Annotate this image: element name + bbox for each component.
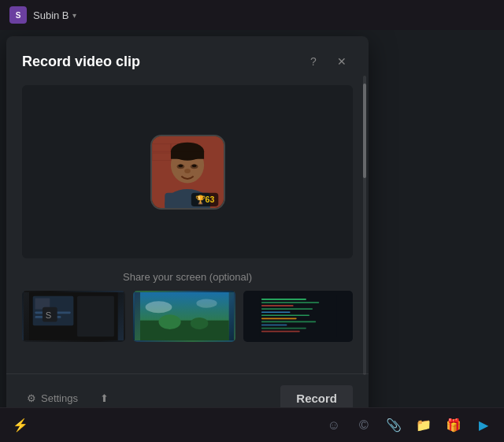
svg-rect-27 [140, 321, 229, 340]
mention-icon[interactable]: © [353, 414, 375, 436]
video-preview: 🏆63 [22, 85, 353, 258]
gift-icon[interactable]: 🎁 [443, 414, 465, 436]
user-video-bubble: 🏆63 [150, 135, 225, 210]
settings-icon: ⚙ [27, 392, 36, 404]
svg-rect-6 [170, 151, 203, 159]
modal-footer: ⚙ Settings ⬆ Record [6, 373, 369, 407]
svg-rect-34 [261, 308, 313, 310]
svg-point-9 [178, 164, 183, 167]
main-content: Record video clip ? ✕ [0, 30, 504, 407]
svg-text:S: S [46, 310, 52, 320]
record-video-modal: Record video clip ? ✕ [6, 36, 369, 407]
svg-point-29 [191, 318, 209, 329]
svg-point-26 [196, 299, 217, 307]
record-button[interactable]: Record [280, 385, 353, 407]
svg-rect-33 [261, 305, 294, 306]
face-svg: 🏆63 [152, 136, 224, 208]
bottom-bar: ⚡ ☺ © 📎 📁 🎁 ▶ [0, 407, 504, 442]
footer-left: ⚙ Settings ⬆ [22, 389, 113, 407]
svg-point-28 [158, 314, 180, 329]
screen-share-section: Share your screen (optional) S [6, 271, 369, 351]
modal-header-icons: ? ✕ [302, 50, 353, 72]
svg-text:🏆63: 🏆63 [195, 195, 214, 205]
modal-scrollbar-thumb[interactable] [363, 84, 366, 178]
chevron-down-icon: ▾ [72, 11, 76, 20]
svg-point-11 [184, 169, 191, 173]
screen-thumbnails: S [22, 291, 353, 342]
modal-header: Record video clip ? ✕ [6, 36, 369, 82]
svg-rect-31 [261, 299, 306, 300]
user-face: 🏆63 [152, 136, 224, 208]
modal-overlay: Record video clip ? ✕ [0, 30, 504, 407]
emoji-icon[interactable]: ☺ [323, 414, 345, 436]
modal-title: Record video clip [22, 54, 140, 70]
svg-point-10 [191, 164, 196, 167]
svg-rect-37 [261, 318, 297, 320]
svg-rect-36 [261, 314, 309, 316]
upload-icon: ⬆ [100, 392, 109, 404]
svg-rect-41 [261, 331, 300, 332]
svg-rect-18 [77, 296, 114, 337]
svg-rect-40 [261, 328, 306, 329]
screen-share-label: Share your screen (optional) [22, 271, 353, 283]
svg-rect-38 [261, 321, 316, 323]
user-name[interactable]: Subin B ▾ [33, 9, 76, 21]
send-icon[interactable]: ▶ [472, 414, 495, 436]
close-button[interactable]: ✕ [331, 50, 353, 72]
upload-button[interactable]: ⬆ [95, 389, 113, 407]
lightning-icon[interactable]: ⚡ [9, 414, 32, 436]
top-bar: S Subin B ▾ [0, 0, 504, 30]
help-button[interactable]: ? [302, 50, 324, 72]
screen-thumb-1[interactable]: S [22, 291, 125, 342]
svg-rect-35 [261, 311, 291, 313]
folder-icon[interactable]: 📁 [413, 414, 435, 436]
avatar: S [9, 6, 27, 24]
modal-scrollbar[interactable] [363, 76, 366, 375]
svg-point-25 [145, 301, 172, 313]
settings-button[interactable]: ⚙ Settings [22, 389, 83, 407]
screen-thumb-2[interactable] [133, 291, 236, 342]
screen-thumb-3[interactable] [243, 291, 353, 342]
svg-rect-39 [261, 325, 287, 326]
svg-rect-32 [261, 302, 319, 303]
attachment-icon[interactable]: 📎 [383, 414, 405, 436]
